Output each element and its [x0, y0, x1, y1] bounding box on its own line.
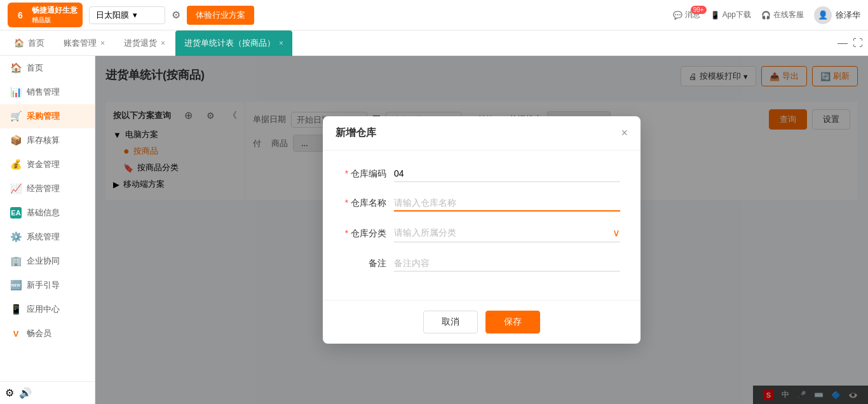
purchase-icon: 🛒 — [10, 111, 22, 122]
tab-account[interactable]: 账套管理 × — [55, 30, 114, 56]
sidebar-item-home[interactable]: 🏠 首页 — [0, 56, 95, 80]
tab-account-close[interactable]: × — [100, 39, 105, 48]
form-item-notes: 备注 — [343, 255, 620, 272]
sidebar-item-system[interactable]: ⚙️ 系统管理 — [0, 225, 95, 249]
sidebar-purchase-label: 采购管理 — [27, 111, 60, 122]
tab-minimize-button[interactable]: — — [837, 37, 848, 49]
sidebar-bottom: ⚙ 🔊 — [0, 381, 95, 404]
tab-account-label: 账套管理 — [64, 37, 97, 49]
sidebar-system-label: 系统管理 — [27, 231, 60, 243]
category-select[interactable]: 请输入所属分类 ∨ — [394, 224, 620, 243]
trial-button[interactable]: 体验行业方案 — [187, 6, 254, 25]
guide-icon: 🆕 — [10, 279, 22, 291]
modal-close-button[interactable]: × — [621, 126, 628, 140]
sidebar-item-member[interactable]: V 畅会员 — [0, 321, 95, 346]
sidebar: 🏠 首页 📊 销售管理 🛒 采购管理 📦 库存核算 💰 资金管理 📈 经营管理 … — [0, 56, 95, 404]
tab-purchase-return-close[interactable]: × — [161, 39, 165, 48]
sidebar-enterprise-label: 企业协同 — [27, 255, 60, 267]
logo-area: 6 畅捷通好生意 精品版 — [8, 3, 83, 27]
system-icon: ⚙️ — [10, 231, 22, 243]
sidebar-guide-label: 新手引导 — [27, 279, 60, 291]
store-dropdown-icon: ▾ — [133, 10, 137, 20]
modal-header: 新增仓库 × — [323, 116, 641, 151]
category-label: 仓库分类 — [343, 228, 394, 239]
save-button[interactable]: 保存 — [485, 311, 540, 333]
sidebar-apps-label: 应用中心 — [27, 304, 60, 315]
home-icon: 🏠 — [14, 38, 24, 48]
sidebar-item-finance[interactable]: 💰 资金管理 — [0, 152, 95, 177]
category-placeholder: 请输入所属分类 — [394, 227, 456, 239]
category-dropdown-icon: ∨ — [613, 227, 620, 239]
form-item-name: 仓库名称 — [343, 195, 620, 212]
tab-purchase-stats[interactable]: 进货单统计表（按商品） × — [175, 30, 292, 56]
sidebar-item-apps[interactable]: 📱 应用中心 — [0, 297, 95, 321]
sidebar-inventory-label: 库存核算 — [27, 135, 60, 146]
operation-icon: 📈 — [10, 183, 22, 194]
top-header: 6 畅捷通好生意 精品版 日太阳膜 ▾ ⚙ 体验行业方案 💬 消息 99+ 📱 … — [0, 0, 868, 30]
header-actions: 💬 消息 99+ 📱 App下载 🎧 在线客服 👤 徐泽华 — [673, 6, 860, 24]
name-label: 仓库名称 — [343, 198, 394, 209]
tab-purchase-return-label: 进货退货 — [124, 37, 157, 49]
home-sidebar-icon: 🏠 — [10, 62, 22, 74]
sidebar-settings-icon[interactable]: ⚙ — [5, 387, 14, 399]
cancel-button[interactable]: 取消 — [423, 311, 478, 333]
tab-purchase-stats-close[interactable]: × — [279, 39, 283, 48]
notes-input[interactable] — [394, 255, 620, 272]
user-info[interactable]: 👤 徐泽华 — [814, 6, 860, 24]
settings-gear-icon[interactable]: ⚙ — [172, 9, 180, 21]
app-download-item[interactable]: 📱 App下载 — [710, 10, 751, 20]
sidebar-item-guide[interactable]: 🆕 新手引导 — [0, 273, 95, 297]
sidebar-item-inventory[interactable]: 📦 库存核算 — [0, 128, 95, 152]
inventory-icon: 📦 — [10, 135, 22, 146]
sidebar-item-basic[interactable]: EA 基础信息 — [0, 201, 95, 225]
tab-purchase-return[interactable]: 进货退货 × — [115, 30, 174, 56]
sidebar-member-label: 畅会员 — [27, 328, 51, 339]
store-selector[interactable]: 日太阳膜 ▾ — [89, 6, 165, 24]
headphone-icon: 🎧 — [761, 11, 771, 20]
basic-icon: EA — [10, 207, 22, 219]
store-name: 日太阳膜 — [96, 10, 129, 21]
online-service-label: 在线客服 — [773, 10, 804, 20]
modal-title: 新增仓库 — [336, 126, 376, 140]
sidebar-item-operation[interactable]: 📈 经营管理 — [0, 177, 95, 201]
notes-label: 备注 — [343, 258, 394, 269]
avatar: 👤 — [814, 6, 832, 24]
sales-icon: 📊 — [10, 86, 22, 98]
tab-home-label: 首页 — [28, 37, 44, 49]
sidebar-collapse-icon[interactable]: 🔊 — [19, 387, 32, 399]
sidebar-item-purchase[interactable]: 🛒 采购管理 — [0, 104, 95, 128]
form-item-category: 仓库分类 请输入所属分类 ∨ — [343, 224, 620, 243]
sidebar-item-sales[interactable]: 📊 销售管理 — [0, 80, 95, 104]
online-service-item[interactable]: 🎧 在线客服 — [761, 10, 804, 20]
app-name: 畅捷通好生意 — [32, 5, 78, 16]
sidebar-basic-label: 基础信息 — [27, 207, 60, 219]
sidebar-finance-label: 资金管理 — [27, 159, 60, 170]
content-area: 进货单统计(按商品) 🖨 按模板打印 ▾ 📤 导出 🔄 刷新 — [95, 56, 868, 404]
sidebar-home-label: 首页 — [27, 62, 43, 74]
app-download-icon: 📱 — [710, 11, 720, 20]
tab-purchase-stats-label: 进货单统计表（按商品） — [184, 37, 275, 49]
modal-footer: 取消 保存 — [323, 300, 641, 344]
tab-expand-button[interactable]: ⛶ — [853, 37, 863, 49]
modal-new-warehouse: 新增仓库 × 仓库编码 仓库名称 仓库 — [323, 116, 641, 344]
tab-bar: 🏠 首页 账套管理 × 进货退货 × 进货单统计表（按商品） × — ⛶ — [0, 30, 868, 56]
app-sub: 精品版 — [32, 16, 78, 25]
finance-icon: 💰 — [10, 159, 22, 170]
member-icon: V — [10, 328, 22, 339]
tab-bar-actions: — ⛶ — [837, 37, 863, 49]
message-item[interactable]: 💬 消息 99+ — [673, 10, 700, 20]
app-download-label: App下载 — [722, 10, 751, 20]
modal-overlay[interactable]: 新增仓库 × 仓库编码 仓库名称 仓库 — [95, 56, 868, 404]
warehouse-name-input[interactable] — [394, 195, 620, 212]
message-badge: 99+ — [691, 6, 707, 14]
tab-home[interactable]: 🏠 首页 — [5, 30, 53, 56]
logo-icon: 6 — [13, 8, 28, 23]
sidebar-operation-label: 经营管理 — [27, 183, 60, 194]
user-name: 徐泽华 — [836, 10, 860, 21]
warehouse-code-input[interactable] — [394, 166, 620, 182]
modal-body: 仓库编码 仓库名称 仓库分类 请输入所属分类 ∨ — [323, 151, 641, 300]
sidebar-sales-label: 销售管理 — [27, 86, 60, 98]
sidebar-item-enterprise[interactable]: 🏢 企业协同 — [0, 249, 95, 273]
enterprise-icon: 🏢 — [10, 255, 22, 267]
message-icon: 💬 — [673, 11, 682, 20]
